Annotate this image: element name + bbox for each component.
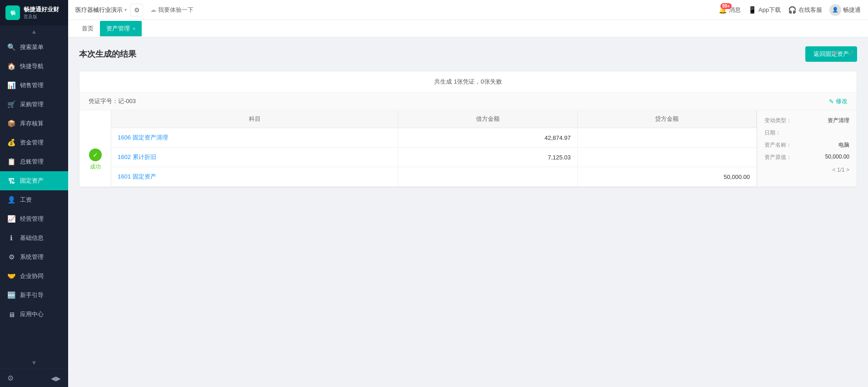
sidebar-item-guide[interactable]: 🆕 新手引导	[0, 286, 68, 305]
building-icon: 🏗	[7, 177, 15, 185]
sidebar-item-ledger[interactable]: 📋 总账管理	[0, 152, 68, 171]
sidebar-label-ledger: 总账管理	[20, 158, 44, 166]
change-type-label: 变动类型：	[764, 117, 792, 124]
page-indicator: 1/1	[837, 167, 846, 173]
home-icon: 🏠	[7, 62, 15, 70]
sidebar-item-enterprise[interactable]: 🤝 企业协同	[0, 267, 68, 286]
tab-home[interactable]: 首页	[75, 21, 100, 36]
asset-original-value: 50,000.00	[825, 154, 849, 161]
tab-asset-management[interactable]: 资产管理 ×	[100, 21, 142, 36]
sidebar-item-basic-info[interactable]: ℹ 基础信息	[0, 228, 68, 248]
company-selector[interactable]: 医疗器械行业演示 ▾	[75, 6, 127, 14]
sidebar-item-payroll[interactable]: 👤 工资	[0, 190, 68, 209]
app-download-label: App下载	[759, 6, 781, 14]
col-debit: 借方金额	[398, 110, 577, 128]
sidebar-label-basic-info: 基础信息	[20, 234, 44, 242]
sidebar-label-enterprise: 企业协同	[20, 272, 44, 280]
online-service-button[interactable]: 🎧 在线客服	[788, 6, 822, 14]
company-name: 医疗器械行业演示	[75, 6, 123, 14]
voucher-main: 科目 借方金额 贷方金额 1606 固定资产清理 42,874.97	[111, 110, 757, 187]
table-row: 1606 固定资产清理 42,874.97	[111, 128, 757, 148]
tab-close-button[interactable]: ×	[133, 26, 135, 31]
sidebar-nav: 🔍 搜索菜单 🏠 快捷导航 📊 销售管理 🛒 采购管理 📦 库存核算 💰 资金管…	[0, 38, 68, 357]
expand-button[interactable]: ⤢	[844, 46, 857, 59]
experience-button[interactable]: ☁ 我要体验一下	[147, 4, 197, 16]
sidebar-label-search: 搜索菜单	[20, 43, 44, 51]
credit-1	[577, 128, 756, 148]
settings-icon[interactable]: ⚙	[7, 374, 14, 382]
change-type-row: 变动类型： 资产清理	[764, 117, 849, 124]
topbar-right: 🔔 99+ 消息 📱 App下载 🎧 在线客服 👤 畅捷通	[719, 4, 861, 16]
sidebar-item-quicknav[interactable]: 🏠 快捷导航	[0, 57, 68, 76]
sidebar-footer: ⚙ ◀▶	[0, 369, 68, 387]
next-page-button[interactable]: >	[846, 167, 849, 173]
trend-icon: 📈	[7, 215, 15, 223]
asset-original-row: 资产原值： 50,000.00	[764, 154, 849, 161]
sidebar-item-search[interactable]: 🔍 搜索菜单	[0, 38, 68, 57]
status-text: 成功	[90, 163, 101, 171]
notifications-button[interactable]: 🔔 99+ 消息	[719, 6, 741, 14]
user-menu[interactable]: 👤 畅捷通	[829, 4, 861, 16]
result-panel: 共生成 1张凭证，0张失败 凭证字号：记-003 ✎ 修改 ✓ 成功	[79, 71, 857, 188]
col-credit: 贷方金额	[577, 110, 756, 128]
chart-icon: 📊	[7, 81, 15, 89]
money-icon: 💰	[7, 139, 15, 147]
sidebar-item-appstore[interactable]: 🖥 应用中心	[0, 305, 68, 324]
asset-name-value: 电脑	[838, 141, 849, 149]
content-header: 本次生成的结果 返回固定资产	[79, 46, 857, 62]
sidebar-item-operations[interactable]: 📈 经营管理	[0, 209, 68, 228]
new-icon: 🆕	[7, 291, 15, 299]
voucher-table-wrap: ✓ 成功 科目 借方金额 贷方金额	[79, 110, 857, 187]
main-area: 医疗器械行业演示 ▾ ⚙ ☁ 我要体验一下 🔔 99+ 消息 📱 App下载	[68, 0, 868, 387]
close-button[interactable]: ✕	[828, 46, 841, 59]
asset-original-label: 资产原值：	[764, 154, 792, 161]
topbar-settings-icon[interactable]: ⚙	[130, 4, 143, 16]
gear-icon: ⚙	[7, 253, 15, 261]
avatar: 👤	[829, 4, 841, 16]
mobile-icon: 📱	[748, 6, 757, 14]
cart-icon: 🛒	[7, 100, 15, 109]
box-icon: 📦	[7, 119, 15, 128]
success-icon: ✓	[89, 149, 102, 161]
prev-page-button[interactable]: <	[833, 167, 836, 173]
sidebar-label-funds: 资金管理	[20, 139, 44, 147]
sidebar-item-sales[interactable]: 📊 销售管理	[0, 76, 68, 95]
table-row: 1601 固定资产 50,000.00	[111, 167, 757, 187]
result-summary: 共生成 1张凭证，0张失败	[79, 71, 857, 93]
pagination: < 1/1 >	[764, 167, 849, 173]
panel-controls: ✕ ⤢	[828, 46, 857, 59]
online-service-label: 在线客服	[799, 6, 822, 14]
voucher-table: 科目 借方金额 贷方金额 1606 固定资产清理 42,874.97	[111, 110, 757, 187]
app-download-button[interactable]: 📱 App下载	[748, 6, 781, 14]
subject-1: 1606 固定资产清理	[111, 128, 398, 148]
sidebar-item-inventory[interactable]: 📦 库存核算	[0, 114, 68, 133]
app-title: 畅捷通好业财	[24, 6, 59, 14]
sidebar-item-system[interactable]: ⚙ 系统管理	[0, 248, 68, 267]
sidebar-label-quicknav: 快捷导航	[20, 62, 44, 70]
edit-icon: ✎	[829, 98, 834, 105]
date-row: 日期：	[764, 129, 849, 137]
subject-2: 1602 累计折旧	[111, 148, 398, 167]
edit-button[interactable]: ✎ 修改	[829, 97, 848, 105]
logo-icon: 畅	[5, 5, 20, 20]
collapse-icon[interactable]: ◀▶	[51, 375, 61, 382]
voucher-block: 凭证字号：记-003 ✎ 修改 ✓ 成功	[79, 93, 857, 187]
sidebar-label-guide: 新手引导	[20, 291, 44, 299]
tab-bar: 首页 资产管理 ×	[68, 20, 868, 37]
sidebar-item-fixed-assets[interactable]: 🏗 固定资产	[0, 171, 68, 190]
cloud-icon: ☁	[150, 6, 156, 13]
sidebar: 畅 畅捷通好业财 普及版 ▲ 🔍 搜索菜单 🏠 快捷导航 📊 销售管理 🛒 采购…	[0, 0, 68, 387]
sidebar-item-funds[interactable]: 💰 资金管理	[0, 133, 68, 152]
search-icon: 🔍	[7, 43, 15, 51]
sidebar-item-purchase[interactable]: 🛒 采购管理	[0, 95, 68, 114]
sidebar-scroll-down[interactable]: ▼	[0, 357, 68, 369]
sidebar-label-appstore: 应用中心	[20, 310, 44, 318]
headset-icon: 🎧	[788, 6, 797, 14]
tab-label: 资产管理	[106, 25, 130, 33]
sidebar-scroll-up[interactable]: ▲	[0, 25, 68, 38]
sidebar-label-operations: 经营管理	[20, 215, 44, 223]
debit-2: 7,125.03	[398, 148, 577, 167]
change-type-value: 资产清理	[828, 117, 849, 124]
sidebar-label-fixed-assets: 固定资产	[20, 177, 44, 185]
debit-1: 42,874.97	[398, 128, 577, 148]
